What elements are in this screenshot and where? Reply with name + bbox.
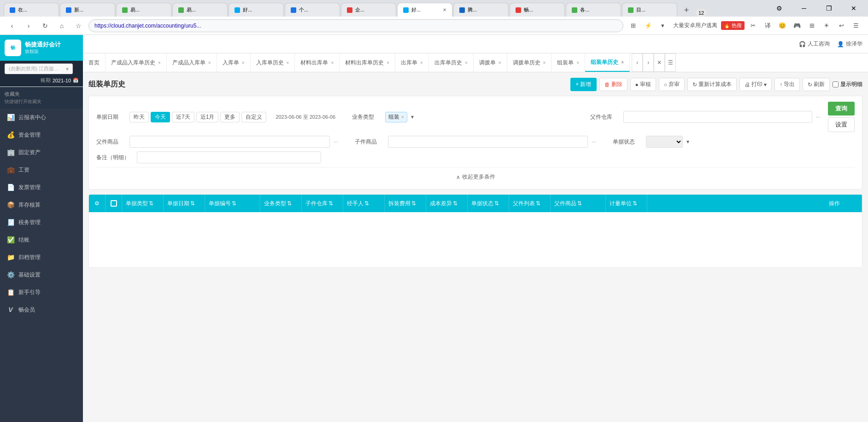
browser-tab-10[interactable]: 畅... xyxy=(510,3,565,17)
last7days-btn[interactable]: 近7天 xyxy=(172,112,194,122)
th-doc-status[interactable]: 单据状态 ⇅ xyxy=(468,195,509,212)
sidebar-item-beginner-guide[interactable]: 📋 新手引导 xyxy=(0,283,83,301)
win-settings-btn[interactable]: ⚙ xyxy=(768,1,790,15)
close-tab-transfer[interactable]: × xyxy=(499,60,501,65)
close-tab-finished-goods[interactable]: × xyxy=(208,60,211,65)
close-tab-material-outbound[interactable]: × xyxy=(331,60,334,65)
tab-outbound[interactable]: 出库单 × xyxy=(395,53,429,72)
parent-goods-more-icon[interactable]: ··· xyxy=(334,139,338,145)
sort-cost-diff-icon[interactable]: ⇅ xyxy=(453,200,457,207)
tab-finished-goods-history[interactable]: 产成品入库单历史 × xyxy=(106,53,167,72)
new-tab-btn[interactable]: + xyxy=(680,4,693,17)
th-doc-date[interactable]: 单据日期 ⇅ xyxy=(164,195,205,212)
parent-goods-input[interactable] xyxy=(129,136,330,148)
sidebar-item-basic-settings[interactable]: ⚙️ 基础设置 xyxy=(0,266,83,283)
sun-icon[interactable]: ☀ xyxy=(820,19,833,32)
close-tab-inbound[interactable]: × xyxy=(242,60,245,65)
customer-service-btn[interactable]: 🎧 人工咨询 xyxy=(799,40,830,48)
user-profile-btn[interactable]: 👤 徐泽华 xyxy=(837,40,862,48)
tab-scroll-left[interactable]: ‹ xyxy=(632,53,643,72)
show-detail-checkbox-label[interactable]: 显示明细 xyxy=(833,81,862,88)
close-tab-material-outbound-history[interactable]: × xyxy=(387,60,389,65)
sidebar-item-tax-mgmt[interactable]: 🧾 税务管理 xyxy=(0,214,83,231)
game-icon[interactable]: 🎮 xyxy=(791,19,803,32)
doc-status-select[interactable] xyxy=(646,136,683,148)
close-tab-assembly-history[interactable]: × xyxy=(621,60,624,65)
grid-icon[interactable]: ⊞ xyxy=(627,19,640,32)
browser-tab-8[interactable]: 好... ✕ xyxy=(397,3,452,17)
period-selector[interactable]: 账期 2021-10 📅 xyxy=(41,77,78,84)
th-doc-type[interactable]: 单据类型 ⇅ xyxy=(122,195,164,212)
browser-tab-5[interactable]: 好... xyxy=(229,3,284,17)
sidebar-item-cloud-reports[interactable]: 📊 云报表中心 xyxy=(0,109,83,126)
browser-tab-6[interactable]: 个... xyxy=(285,3,340,17)
th-checkbox[interactable] xyxy=(106,195,122,212)
hot-search-btn[interactable]: 🔥 热搜 xyxy=(721,21,745,30)
close-tab-outbound-history[interactable]: × xyxy=(465,60,468,65)
filter-settings-btn[interactable]: 设置 xyxy=(828,117,855,132)
sort-handler-icon[interactable]: ⇅ xyxy=(364,200,369,207)
cut-icon[interactable]: ✂ xyxy=(746,19,759,32)
browser-tab-4[interactable]: 易... xyxy=(172,3,228,17)
th-parent-goods[interactable]: 父件商品 ⇅ xyxy=(551,195,606,212)
bookmark-btn[interactable]: ☆ xyxy=(72,19,85,32)
tab-finished-goods[interactable]: 产成品入库单 × xyxy=(167,53,217,72)
lightning-icon[interactable]: ⚡ xyxy=(642,19,655,32)
th-child-warehouse[interactable]: 子件仓库 ⇅ xyxy=(302,195,343,212)
browser-tab-11[interactable]: 各... xyxy=(566,3,621,17)
collapse-btn[interactable]: ∧ 收起更多条件 xyxy=(96,170,855,184)
sort-unit-icon[interactable]: ⇅ xyxy=(633,200,637,207)
recalc-btn[interactable]: ↻ 重新计算成本 xyxy=(687,78,737,91)
child-goods-more-icon[interactable]: ··· xyxy=(592,139,596,145)
last1month-btn[interactable]: 近1月 xyxy=(196,112,219,122)
th-settings[interactable]: ⚙ xyxy=(89,195,106,212)
sort-doc-status-icon[interactable]: ⇅ xyxy=(494,200,499,207)
undo-icon[interactable]: ↩ xyxy=(835,19,848,32)
print-btn[interactable]: 🖨 打印 ▾ xyxy=(739,78,772,91)
browser-tab-12[interactable]: 目... xyxy=(622,3,677,17)
sort-parent-goods-icon[interactable]: ⇅ xyxy=(577,200,582,207)
delete-btn[interactable]: 🗑 删除 xyxy=(599,78,628,91)
tab-transfer[interactable]: 调拨单 × xyxy=(474,53,507,72)
new-btn[interactable]: + 新增 xyxy=(570,78,596,91)
browser-tab-3[interactable]: 易... xyxy=(116,3,171,17)
today-btn[interactable]: 今天 xyxy=(151,112,170,122)
close-tab-transfer-history[interactable]: × xyxy=(543,60,546,65)
tab-assembly-history[interactable]: 组装单历史 × xyxy=(585,53,630,72)
th-parent-list[interactable]: 父件列表 ⇅ xyxy=(509,195,551,212)
sidebar-item-invoice-mgmt[interactable]: 📄 发票管理 xyxy=(0,179,83,196)
sidebar-item-inventory[interactable]: 📦 库存核算 xyxy=(0,196,83,214)
home-btn[interactable]: ⌂ xyxy=(55,19,68,32)
parent-warehouse-more-icon[interactable]: ··· xyxy=(816,114,821,120)
win-restore-btn[interactable]: ❒ xyxy=(818,1,839,15)
chevron-down-icon[interactable]: ▾ xyxy=(657,19,669,32)
tab-close-current[interactable]: ✕ xyxy=(654,53,665,72)
tab-close-8[interactable]: ✕ xyxy=(443,7,446,12)
address-bar[interactable] xyxy=(88,19,623,32)
tab-outbound-history[interactable]: 出库单历史 × xyxy=(429,53,474,72)
child-goods-input[interactable] xyxy=(388,136,588,148)
select-all-checkbox[interactable] xyxy=(111,200,117,207)
tab-more-options[interactable]: ☰ xyxy=(665,53,676,72)
sort-biz-type-icon[interactable]: ⇅ xyxy=(287,200,292,207)
sidebar-item-archive-mgmt[interactable]: 📁 归档管理 xyxy=(0,249,83,266)
browser-tab-7[interactable]: 企... xyxy=(341,3,396,17)
th-disassembly-fee[interactable]: 拆装费用 ⇅ xyxy=(385,195,426,212)
translate-icon[interactable]: 译 xyxy=(761,19,774,32)
company-selector[interactable]: (勿删勿禁用) 江西服宝测试专用 ▾ xyxy=(5,64,73,74)
sort-doc-type-icon[interactable]: ⇅ xyxy=(149,200,153,207)
parent-warehouse-input[interactable] xyxy=(623,111,812,123)
biz-type-tag-remove[interactable]: × xyxy=(401,115,404,120)
sidebar-item-membership[interactable]: V 畅会员 xyxy=(0,301,83,318)
sidebar-favorites[interactable]: 收藏夹 快捷键打开收藏夹 xyxy=(0,87,83,109)
yesterday-btn[interactable]: 昨天 xyxy=(129,112,149,122)
more-btn[interactable]: 更多 xyxy=(220,112,240,122)
remarks-input[interactable] xyxy=(137,151,321,163)
tab-inbound[interactable]: 入库单 × xyxy=(217,53,251,72)
reload-btn[interactable]: ↻ xyxy=(39,19,52,32)
browser-tab-9[interactable]: 腾... xyxy=(453,3,509,17)
th-unit[interactable]: 计量单位 ⇅ xyxy=(606,195,647,212)
biz-type-dropdown-icon[interactable]: ▾ xyxy=(411,114,414,120)
close-tab-finished-goods-history[interactable]: × xyxy=(158,60,161,65)
sort-parent-list-icon[interactable]: ⇅ xyxy=(536,200,540,207)
